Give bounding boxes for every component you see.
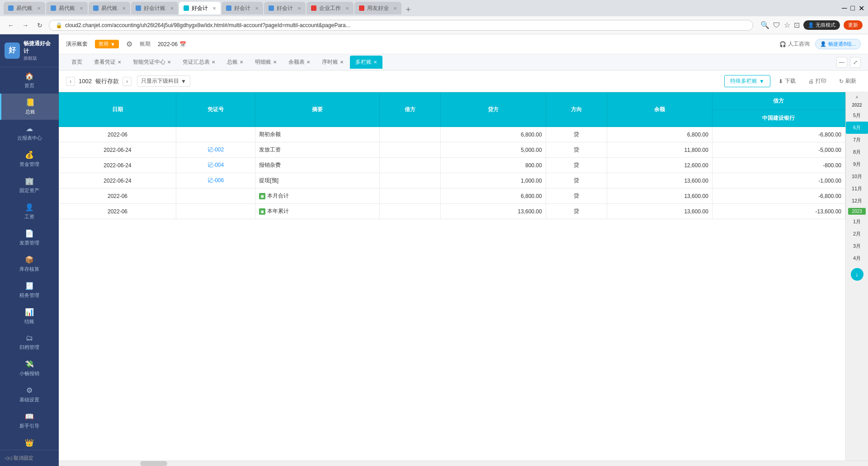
month-item-sep[interactable]: 9月 — [846, 158, 868, 170]
tab-sequential-ledger[interactable]: 序时账 ✕ — [316, 56, 349, 69]
shield-icon[interactable]: 🛡 — [773, 21, 780, 29]
sidebar-toggle-icon[interactable]: ⊡ — [794, 21, 800, 29]
scroll-up-button[interactable]: ▲ — [846, 92, 868, 101]
close-btn[interactable]: ✕ — [859, 4, 864, 13]
month-item-jun[interactable]: 6月 — [846, 122, 868, 134]
month-item-nov[interactable]: 11月 — [846, 183, 868, 195]
month-item-jan[interactable]: 1月 — [846, 216, 868, 228]
month-item-jul[interactable]: 7月 — [846, 134, 868, 146]
scroll-down-button[interactable]: ↓ — [851, 268, 863, 281]
period-value[interactable]: 2022-06 📅 — [158, 41, 186, 47]
tab-general-ledger[interactable]: 总账 ✕ — [222, 56, 249, 69]
month-item-mar[interactable]: 3月 — [846, 240, 868, 252]
browser-tab-7[interactable]: 好会计 ✕ — [264, 2, 306, 14]
browser-tab-6[interactable]: 好会计 ✕ — [222, 2, 263, 14]
ledger-table-wrapper[interactable]: 日期 凭证号 摘要 借方 贷方 方向 余额 借方 中国建设银行 — [59, 92, 845, 461]
filter-dropdown[interactable]: 只显示下级科目 ▼ — [137, 75, 190, 87]
year-2023-badge[interactable]: 2023 — [848, 208, 866, 215]
refresh-button[interactable]: ↻ 刷新 — [835, 75, 861, 87]
cell-voucher-link[interactable]: 记-006 — [176, 173, 255, 188]
sidebar-item-tax[interactable]: 🧾 税务管理 — [0, 277, 59, 303]
forward-button[interactable]: → — [20, 20, 31, 31]
print-button[interactable]: 🖨 打印 — [804, 75, 831, 87]
tab-close-7[interactable]: ✕ — [297, 6, 301, 11]
maximize-btn[interactable]: □ — [850, 4, 855, 12]
search-icon[interactable]: 🔍 — [760, 21, 769, 29]
tab-detailed-ledger[interactable]: 明细账 ✕ — [250, 56, 282, 69]
star-icon[interactable]: ☆ — [784, 21, 790, 29]
sidebar-item-membership[interactable]: 👑 畅会员 — [0, 434, 59, 450]
cell-sub: -5,000.00 — [712, 142, 845, 158]
consult-button[interactable]: 🎧 人工咨询 — [779, 40, 810, 48]
update-button[interactable]: 更新 — [844, 20, 863, 30]
tab-minimize-button[interactable]: — — [836, 57, 847, 68]
month-item-dec[interactable]: 12月 — [846, 195, 868, 207]
cell-voucher-link[interactable]: 记-002 — [176, 142, 255, 158]
tab-expand-button[interactable]: ⤢ — [850, 57, 861, 68]
month-item-may[interactable]: 5月 — [846, 109, 868, 122]
prev-account-button[interactable]: ‹ — [66, 77, 75, 86]
user-badge[interactable]: 👤 畅捷通B组... — [815, 39, 861, 49]
tab-close-voucher-view[interactable]: ✕ — [118, 60, 121, 65]
back-button[interactable]: ← — [5, 20, 16, 31]
tab-close-2[interactable]: ✕ — [80, 6, 83, 11]
reload-button[interactable]: ↻ — [34, 20, 45, 31]
tab-close-detailed-ledger[interactable]: ✕ — [273, 60, 277, 65]
incognito-button[interactable]: 👤 无痕模式 — [803, 20, 840, 30]
tab-close-sequential-ledger[interactable]: ✕ — [340, 60, 344, 65]
tab-close-4[interactable]: ✕ — [170, 6, 174, 11]
month-item-apr[interactable]: 4月 — [846, 252, 868, 264]
tab-close-general-ledger[interactable]: ✕ — [240, 60, 243, 65]
tab-close-8[interactable]: ✕ — [345, 6, 349, 11]
tab-close-3[interactable]: ✕ — [122, 6, 126, 11]
url-input[interactable]: 🔒 cloud2.chanjet.com/accounting/uh26t264… — [49, 20, 753, 31]
sidebar-item-guide[interactable]: 📖 新手引导 — [0, 408, 59, 434]
month-item-feb[interactable]: 2月 — [846, 228, 868, 240]
month-item-aug[interactable]: 8月 — [846, 146, 868, 158]
sidebar-item-archive[interactable]: 🗂 归档管理 — [0, 329, 59, 355]
minimize-btn[interactable]: ─ — [842, 4, 847, 12]
tab-close-smart-voucher[interactable]: ✕ — [167, 60, 171, 65]
download-button[interactable]: ⬇ 下载 — [774, 75, 800, 87]
horizontal-scrollbar[interactable] — [59, 461, 868, 466]
tab-close-6[interactable]: ✕ — [255, 6, 259, 11]
unpin-button[interactable]: ◁◁ 取消固定 — [5, 455, 54, 461]
settings-icon[interactable]: ⚙ — [126, 40, 132, 48]
tab-close-5[interactable]: ✕ — [212, 6, 216, 11]
tab-home[interactable]: 首页 — [66, 56, 88, 69]
sidebar-item-cloud-reports[interactable]: ☁ 云报表中心 — [0, 120, 59, 146]
tab-close-voucher-summary[interactable]: ✕ — [212, 60, 215, 65]
sidebar-item-fixed-assets[interactable]: 🏢 固定资产 — [0, 172, 59, 198]
tab-multi-column-ledger[interactable]: 多栏账 ✕ — [350, 56, 382, 69]
sidebar-item-ledger[interactable]: 📒 总账 — [0, 94, 59, 120]
tab-close-1[interactable]: ✕ — [37, 6, 41, 11]
sidebar-item-closing[interactable]: 📊 结账 — [0, 303, 59, 329]
cell-voucher-link[interactable]: 记-004 — [176, 158, 255, 173]
month-item-oct[interactable]: 10月 — [846, 170, 868, 183]
sidebar-item-funds[interactable]: 💰 资金管理 — [0, 146, 59, 172]
sidebar-item-expense[interactable]: 💸 小畅报销 — [0, 355, 59, 381]
sidebar-item-payroll[interactable]: 👤 工资 — [0, 198, 59, 225]
browser-tab-5[interactable]: 好会计 ✕ — [179, 2, 221, 14]
tab-close-multi-column-ledger[interactable]: ✕ — [373, 60, 377, 65]
browser-tab-4[interactable]: 好会计账 ✕ — [131, 2, 178, 14]
sidebar-item-invoice[interactable]: 📄 发票管理 — [0, 225, 59, 251]
tab-smart-voucher[interactable]: 智能凭证中心 ✕ — [127, 56, 176, 69]
browser-tab-8[interactable]: 企业工作 ✕ — [307, 2, 354, 14]
next-account-button[interactable]: › — [123, 77, 132, 86]
sidebar-item-inventory[interactable]: 📦 库存核算 — [0, 251, 59, 277]
special-ledger-button[interactable]: 特殊多栏账 ▼ — [724, 75, 770, 87]
tab-voucher-summary[interactable]: 凭证汇总表 ✕ — [177, 56, 221, 69]
tab-voucher-view[interactable]: 查看凭证 ✕ — [89, 56, 127, 69]
browser-tab-2[interactable]: 易代账 ✕ — [46, 2, 88, 14]
cell-summary: 报销杂费 — [255, 158, 379, 173]
tab-close-9[interactable]: ✕ — [393, 6, 397, 11]
browser-tab-9[interactable]: 用友好业 ✕ — [354, 2, 401, 14]
tab-balance-table[interactable]: 余额表 ✕ — [283, 56, 316, 69]
browser-tab-3[interactable]: 易代账 ✕ — [89, 2, 130, 14]
browser-tab-1[interactable]: 易代账 ✕ — [4, 2, 45, 14]
tab-close-balance-table[interactable]: ✕ — [307, 60, 310, 65]
sidebar-item-home[interactable]: 🏠 首页 — [0, 67, 59, 94]
new-tab-button[interactable]: ＋ — [404, 4, 412, 14]
sidebar-item-settings[interactable]: ⚙ 基础设置 — [0, 381, 59, 408]
